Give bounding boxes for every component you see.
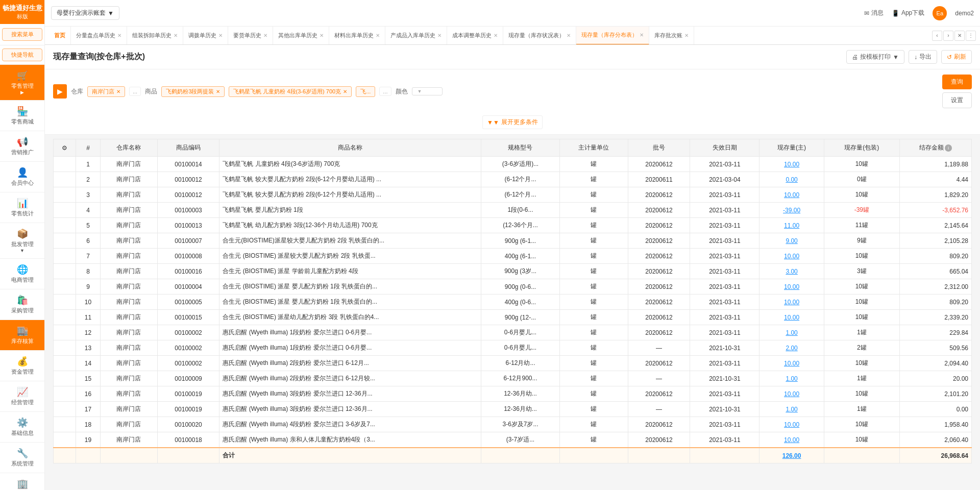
tab-inventory-status[interactable]: 现存量（库存状况表） ✕ bbox=[503, 27, 576, 45]
row-settings bbox=[54, 264, 76, 279]
row-spec: 900g (12-... bbox=[481, 310, 559, 325]
tab-request-close-icon[interactable]: ✕ bbox=[263, 33, 267, 38]
row-qty[interactable]: 9.00 bbox=[760, 233, 824, 249]
tab-split-close-icon[interactable]: ✕ bbox=[117, 33, 121, 38]
tab-batch-bill-close-icon[interactable]: ✕ bbox=[684, 33, 689, 38]
tab-product-in[interactable]: 产成品入库单历史 ✕ bbox=[385, 27, 447, 45]
row-amount: 2,101.20 bbox=[899, 386, 971, 402]
row-qty[interactable]: 10.00 bbox=[760, 310, 824, 325]
row-qty[interactable]: 10.00 bbox=[760, 386, 824, 402]
goods-tag-2-remove-icon[interactable]: ✕ bbox=[343, 89, 347, 94]
tab-inv-status-close-icon[interactable]: ✕ bbox=[567, 33, 571, 38]
query-button[interactable]: 查询 bbox=[942, 75, 972, 89]
filter-ellipsis[interactable]: ... bbox=[129, 87, 141, 96]
tab-split-inventory[interactable]: 分量盘点单历史 ✕ bbox=[71, 27, 127, 45]
goods-tag-1-remove-icon[interactable]: ✕ bbox=[216, 89, 220, 94]
sidebar-item-operations[interactable]: 📈 经营管理 bbox=[0, 381, 44, 412]
row-qty[interactable]: 10.00 bbox=[760, 187, 824, 203]
user-avatar[interactable]: Ea bbox=[933, 6, 947, 20]
row-qty[interactable]: 1.00 bbox=[760, 371, 824, 386]
quick-nav-button[interactable]: 快捷导航 bbox=[2, 48, 42, 61]
tab-material-close-icon[interactable]: ✕ bbox=[376, 33, 380, 38]
color-select-box[interactable]: ▼ bbox=[412, 87, 443, 95]
row-qty[interactable]: 1.00 bbox=[760, 402, 824, 417]
sidebar-item-system[interactable]: 🔧 系统管理 bbox=[0, 443, 44, 473]
export-button[interactable]: ↓ 导出 bbox=[909, 50, 937, 64]
row-qty[interactable]: 0.00 bbox=[760, 172, 824, 187]
tab-disassemble[interactable]: 组装拆卸单历史 ✕ bbox=[127, 27, 183, 45]
sidebar-item-marketing[interactable]: 📢 营销推广 bbox=[0, 131, 44, 162]
sidebar-item-batch[interactable]: 📦 批发管理 ▼ bbox=[0, 223, 44, 259]
row-qty[interactable]: 10.00 bbox=[760, 432, 824, 448]
message-button[interactable]: ✉ 消息 bbox=[864, 9, 884, 17]
sidebar-item-retail-shop[interactable]: 🏪 零售商城 bbox=[0, 101, 44, 131]
row-qty[interactable]: 10.00 bbox=[760, 249, 824, 264]
tab-other-out[interactable]: 其他出库单历史 ✕ bbox=[273, 27, 329, 45]
print-button[interactable]: 🖨 按模板打印 ▼ bbox=[846, 50, 904, 64]
row-qty[interactable]: 10.00 bbox=[760, 279, 824, 295]
warehouse-tag-remove-icon[interactable]: ✕ bbox=[116, 89, 120, 94]
row-name: 合生元 (BIOSTIME) 派星幼儿配方奶粉 3段 乳铁蛋白的4... bbox=[219, 310, 481, 325]
tab-home[interactable]: 首页 bbox=[49, 27, 71, 45]
sidebar-item-finance[interactable]: 💰 资金管理 bbox=[0, 351, 44, 381]
goods-ellipsis[interactable]: ... bbox=[379, 87, 391, 96]
warehouse-filter-tag[interactable]: 南岸门店 ✕ bbox=[87, 86, 125, 97]
goods-filter-tag-2[interactable]: 飞鹤星飞帆 儿童奶粉 4段(3-6岁适用) 700克 ✕ bbox=[229, 86, 352, 97]
tab-prev-button[interactable]: ‹ bbox=[932, 31, 942, 41]
tab-search-close-icon[interactable]: ✕ bbox=[218, 33, 223, 38]
amount-info-icon[interactable]: i bbox=[945, 144, 952, 152]
tab-close-all-button[interactable]: ✕ bbox=[954, 31, 965, 41]
row-qty[interactable]: 2.00 bbox=[760, 340, 824, 356]
settings-icon[interactable]: ⚙ bbox=[62, 144, 67, 152]
sidebar-item-retail[interactable]: 🛒 零售管理 ▶ bbox=[0, 65, 44, 101]
sidebar-item-enterprise[interactable]: 🏢 企业协同 bbox=[0, 473, 44, 490]
row-pkg: 10罐 bbox=[824, 310, 899, 325]
settings-button[interactable]: 设置 bbox=[942, 92, 972, 108]
tab-next-button[interactable]: › bbox=[943, 31, 953, 41]
expand-more-button[interactable]: ▼▼ 展开更多条件 bbox=[482, 115, 543, 129]
row-qty[interactable]: 3.00 bbox=[760, 264, 824, 279]
row-qty[interactable]: -39.00 bbox=[760, 203, 824, 218]
sidebar-item-ecommerce[interactable]: 🌐 电商管理 bbox=[0, 259, 44, 289]
tab-request-order[interactable]: 要货单历史 ✕ bbox=[228, 27, 273, 45]
row-expire: 2021-03-11 bbox=[690, 386, 760, 402]
refresh-button[interactable]: ↺ 刷新 bbox=[941, 50, 972, 64]
tab-disassemble-close-icon[interactable]: ✕ bbox=[174, 33, 178, 38]
account-dropdown[interactable]: 母婴行业演示账套 ▼ bbox=[51, 6, 119, 20]
tab-menu-button[interactable]: ⋮ bbox=[966, 31, 976, 41]
app-download-button[interactable]: 📱 App下载 bbox=[892, 9, 924, 17]
row-qty[interactable]: 10.00 bbox=[760, 295, 824, 310]
sidebar-item-member[interactable]: 👤 会员中心 bbox=[0, 162, 44, 192]
row-unit: 罐 bbox=[560, 157, 628, 172]
sidebar-item-basic[interactable]: ⚙️ 基础信息 bbox=[0, 412, 44, 443]
tab-cost-adjust-label: 成本调整单历史 bbox=[452, 32, 492, 39]
username: demo2 bbox=[955, 10, 974, 17]
retail-icon: 🛒 bbox=[17, 70, 28, 81]
row-qty[interactable]: 10.00 bbox=[760, 417, 824, 432]
row-qty[interactable]: 1.00 bbox=[760, 325, 824, 340]
goods-filter-tag-more[interactable]: 飞... bbox=[356, 86, 375, 97]
tab-product-in-close-icon[interactable]: ✕ bbox=[437, 33, 442, 38]
goods-filter-tag-1[interactable]: 飞鹤奶粉3段两提装 ✕ bbox=[161, 86, 225, 97]
filter-toggle-button[interactable]: ▶ bbox=[53, 84, 67, 99]
row-qty[interactable]: 10.00 bbox=[760, 356, 824, 371]
tab-search-order[interactable]: 调拨单历史 ✕ bbox=[183, 27, 228, 45]
print-arrow-icon: ▼ bbox=[893, 54, 899, 61]
row-qty[interactable]: 10.00 bbox=[760, 157, 824, 172]
tab-inv-dist-close-icon[interactable]: ✕ bbox=[640, 32, 644, 38]
tab-other-out-close-icon[interactable]: ✕ bbox=[320, 33, 324, 38]
sidebar-item-purchase[interactable]: 🛍️ 采购管理 bbox=[0, 289, 44, 320]
sidebar-item-inventory[interactable]: 🏬 库存核算 bbox=[0, 320, 44, 351]
row-expire: 2021-03-11 bbox=[690, 325, 760, 340]
tab-cost-adjust[interactable]: 成本调整单历史 ✕ bbox=[447, 27, 503, 45]
tab-batch-bill[interactable]: 库存批次账 ✕ bbox=[649, 27, 694, 45]
search-menu-button[interactable]: 搜索菜单 bbox=[2, 28, 42, 41]
tab-material-out[interactable]: 材料出库单历史 ✕ bbox=[329, 27, 385, 45]
tab-cost-close-icon[interactable]: ✕ bbox=[494, 33, 498, 38]
row-no: 2 bbox=[76, 172, 100, 187]
row-qty[interactable]: 11.00 bbox=[760, 218, 824, 233]
sidebar-item-retail-stats[interactable]: 📊 零售统计 bbox=[0, 192, 44, 223]
tab-inventory-dist[interactable]: 现存量（库存分布表） ✕ bbox=[576, 27, 649, 45]
row-batch: 20200612 bbox=[628, 356, 690, 371]
table-row: 9 南岸门店 00100004 合生元 (BIOSTIME) 派星 婴儿配方奶粉… bbox=[54, 279, 972, 295]
